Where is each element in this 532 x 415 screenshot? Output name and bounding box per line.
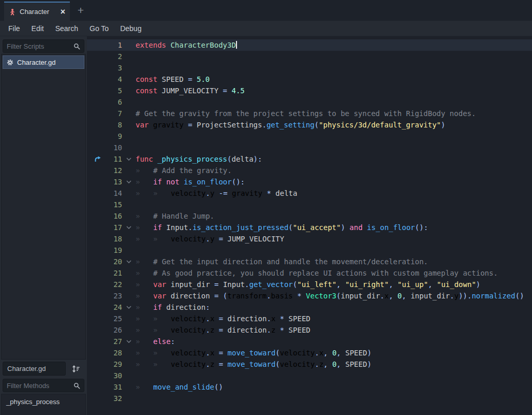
code-token: , — [402, 292, 411, 300]
gutter-margin — [87, 39, 102, 51]
gutter-margin — [87, 176, 102, 188]
fold-gutter — [122, 142, 136, 153]
code-token: , — [428, 280, 437, 289]
code-line[interactable]: 14»»velocity.y -= gravity * delta — [87, 188, 532, 199]
code-token: const — [136, 87, 162, 95]
menu-edit[interactable]: Edit — [26, 24, 50, 33]
tab-character[interactable]: Character × — [4, 2, 70, 21]
code-line[interactable]: 8var gravity = ProjectSettings.get_setti… — [87, 119, 532, 131]
code-line[interactable]: 24»if direction: — [87, 302, 532, 313]
tab-indent-marker: » — [153, 359, 171, 370]
code-token: . — [205, 314, 210, 323]
code-token: z — [210, 360, 219, 368]
method-item-physics-process[interactable]: _physics_process — [6, 398, 81, 406]
line-number: 6 — [102, 96, 122, 108]
code-line[interactable]: 30 — [87, 370, 532, 381]
code-token: # Add the gravity. — [153, 166, 232, 175]
code-editor[interactable]: 1extends CharacterBody3D234const SPEED =… — [87, 36, 532, 415]
code-line[interactable]: 11func _physics_process(delta): — [87, 153, 532, 165]
line-number: 10 — [102, 142, 122, 153]
gutter-margin — [87, 313, 102, 324]
line-number: 15 — [102, 199, 122, 210]
fold-icon[interactable] — [122, 256, 136, 267]
code-token: velocity — [171, 314, 205, 323]
code-token: else — [153, 337, 171, 346]
line-number: 11 — [102, 153, 122, 165]
code-line[interactable]: 13»if not is_on_floor(): — [87, 176, 532, 188]
code-line[interactable]: 1extends CharacterBody3D — [87, 39, 532, 51]
code-line[interactable]: 12»# Add the gravity. — [87, 165, 532, 176]
line-number: 16 — [102, 210, 122, 222]
filter-scripts-input[interactable] — [7, 42, 71, 50]
code-token: "ui_down" — [437, 280, 476, 289]
code-text — [136, 51, 532, 62]
tab-indent-marker: » — [153, 188, 171, 199]
code-token: x — [319, 349, 323, 357]
fold-icon[interactable] — [122, 336, 136, 347]
code-line[interactable]: 31»move_and_slide() — [87, 381, 532, 393]
code-line[interactable]: 5const JUMP_VELOCITY = 4.5 — [87, 85, 532, 96]
code-token: -= — [219, 189, 232, 197]
code-token: . — [267, 326, 271, 334]
code-line[interactable]: 17»if Input.is_action_just_pressed("ui_a… — [87, 222, 532, 233]
code-line[interactable]: 27»else: — [87, 336, 532, 347]
code-line[interactable]: 3 — [87, 62, 532, 74]
code-line[interactable]: 26»»velocity.z = direction.z * SPEED — [87, 324, 532, 336]
menu-goto[interactable]: Go To — [84, 24, 114, 33]
code-line[interactable]: 15 — [87, 199, 532, 210]
code-line[interactable]: 18»»velocity.y = JUMP_VELOCITY — [87, 233, 532, 245]
fold-gutter — [122, 51, 136, 62]
tab-indent-marker: » — [136, 210, 153, 222]
code-token: ( — [293, 280, 297, 289]
code-line[interactable]: 21»# As good practice, you should replac… — [87, 267, 532, 279]
code-line[interactable]: 16»# Handle Jump. — [87, 210, 532, 222]
fold-gutter — [122, 393, 136, 404]
code-line[interactable]: 20»# Get the input direction and handle … — [87, 256, 532, 267]
code-line[interactable]: 4const SPEED = 5.0 — [87, 74, 532, 85]
filter-scripts-box — [3, 39, 84, 53]
gutter-margin — [87, 381, 102, 393]
code-token: direction — [228, 326, 267, 334]
fold-icon[interactable] — [122, 302, 136, 313]
code-line[interactable]: 28»»velocity.x = move_toward(velocity.x,… — [87, 347, 532, 359]
code-line[interactable]: 32 — [87, 393, 532, 404]
code-token: ( — [315, 121, 319, 129]
code-text: »var input_dir = Input.get_vector("ui_le… — [136, 279, 532, 290]
code-text: var gravity = ProjectSettings.get_settin… — [136, 119, 532, 131]
new-tab-button[interactable]: + — [74, 3, 87, 18]
gutter-margin — [87, 336, 102, 347]
code-token: get_setting — [267, 121, 315, 129]
script-item-character-gd[interactable]: Character.gd — [3, 55, 84, 69]
code-token: . — [205, 360, 210, 368]
filter-methods-input[interactable] — [7, 382, 71, 390]
code-line[interactable]: 6 — [87, 96, 532, 108]
character-body-3d-icon — [9, 8, 16, 16]
override-method-icon[interactable] — [87, 153, 102, 165]
code-line[interactable]: 2 — [87, 51, 532, 62]
sort-methods-button[interactable] — [68, 362, 84, 376]
code-line[interactable]: 22»var input_dir = Input.get_vector("ui_… — [87, 279, 532, 290]
code-line[interactable]: 9 — [87, 131, 532, 142]
code-line[interactable]: 23»var direction = (transform.basis * Ve… — [87, 290, 532, 302]
menu-file[interactable]: File — [8, 24, 26, 33]
fold-icon[interactable] — [122, 176, 136, 188]
fold-gutter — [122, 119, 136, 131]
code-token: , — [336, 349, 345, 357]
menu-search[interactable]: Search — [50, 24, 84, 33]
code-token: move_toward — [228, 360, 276, 368]
code-token: * — [267, 189, 275, 197]
close-tab-icon[interactable]: × — [61, 8, 65, 16]
code-token: get_vector — [249, 280, 292, 289]
fold-icon[interactable] — [122, 222, 136, 233]
code-line[interactable]: 29»»velocity.z = move_toward(velocity.z,… — [87, 359, 532, 370]
code-text — [136, 96, 532, 108]
code-line[interactable]: 7# Get the gravity from the project sett… — [87, 108, 532, 119]
code-line[interactable]: 25»»velocity.x = direction.x * SPEED — [87, 313, 532, 324]
methods-panel-header: Character.gd — [3, 362, 66, 376]
code-line[interactable]: 19 — [87, 245, 532, 256]
fold-icon[interactable] — [122, 153, 136, 165]
menu-debug[interactable]: Debug — [114, 24, 147, 33]
code-line[interactable]: 10 — [87, 142, 532, 153]
line-number: 18 — [102, 233, 122, 245]
fold-gutter — [122, 267, 136, 279]
